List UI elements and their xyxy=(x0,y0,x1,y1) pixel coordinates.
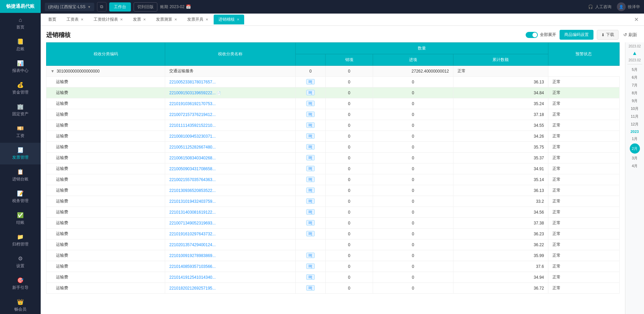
timeline-current-month[interactable]: 2月 xyxy=(630,143,640,154)
timeline-up-nav[interactable]: ▲ xyxy=(631,49,639,58)
sidebar-item-reports[interactable]: 📊报表中心 xyxy=(0,56,41,78)
user-profile[interactable]: 👤 徐泽华 xyxy=(617,2,640,11)
workbench-button[interactable]: 工作台 xyxy=(109,2,131,12)
sidebar-item-tax[interactable]: 📝税务管理 xyxy=(0,186,41,208)
unit-tag[interactable]: 吨 xyxy=(306,112,315,117)
calendar-icon[interactable]: 📅 xyxy=(186,4,191,9)
unit-tag[interactable]: 吨 xyxy=(306,231,315,236)
timeline-month[interactable]: 12月 xyxy=(629,120,640,128)
download-button[interactable]: ⬇ 下载 xyxy=(597,30,619,40)
expand-icon[interactable]: ▼ xyxy=(51,69,55,74)
timeline-month[interactable]: 8月 xyxy=(629,89,640,97)
cell-invoice-code[interactable]: 2210191036192170753... xyxy=(165,98,296,109)
cell-invoice-code[interactable]: 2210131019432403759... xyxy=(165,196,296,207)
tab-invoice-open[interactable]: 发票开具✕ xyxy=(182,15,213,24)
close-all-button[interactable]: ✕ xyxy=(631,15,641,24)
timeline-month[interactable]: 3月 xyxy=(629,154,640,162)
tab-salary-stats[interactable]: 工资统计报表✕ xyxy=(89,15,128,24)
cell-invoice-code[interactable]: 2210182021269257195... xyxy=(165,283,296,294)
cell-invoice-code[interactable]: 2210140859357103566... xyxy=(165,261,296,272)
cell-invoice-code[interactable]: 2210130936520853522... xyxy=(165,185,296,196)
unit-tag[interactable]: 吨 xyxy=(306,133,315,139)
timeline-month[interactable]: 1月 xyxy=(629,135,640,143)
refresh-button[interactable]: ↺ 刷新 xyxy=(622,31,639,39)
sidebar-item-member[interactable]: 👑畅会员 xyxy=(0,295,41,314)
cell-invoice-code[interactable]: 2210021557035764363... xyxy=(165,174,296,185)
timeline-month[interactable]: 11月 xyxy=(629,113,640,120)
sidebar-item-funds[interactable]: 💰资金管理 xyxy=(0,78,41,99)
expand-toggle[interactable] xyxy=(526,32,538,38)
cell-invoice-code[interactable]: 2210050903431708658... xyxy=(165,163,296,174)
unit-tag[interactable]: 吨 xyxy=(306,209,315,215)
cell-invoice-code[interactable]: 2210201357429400124... xyxy=(165,239,296,250)
cell-cumulative: 34.26 xyxy=(453,131,548,142)
cell-invoice-code[interactable]: 2210051125282667480... xyxy=(165,142,296,153)
cell-status: 正常 xyxy=(453,66,548,77)
cell-invoice-code[interactable]: 2210052338178017657... xyxy=(165,77,296,87)
unit-tag[interactable]: 吨 xyxy=(306,274,315,280)
cell-invoice-code[interactable]: 2210191610297643732... xyxy=(165,229,296,239)
sidebar-item-salary[interactable]: 💴工资 xyxy=(0,121,41,143)
sidebar-item-invoice-mgmt[interactable]: 🧾发票管理 xyxy=(0,143,41,164)
tab-home[interactable]: 首页 xyxy=(43,15,61,24)
unit-tag[interactable]: 吨 xyxy=(306,79,315,84)
unit-tag[interactable]: 吨 xyxy=(306,285,315,291)
cell-invoice-code[interactable]: 2210141912541014340... xyxy=(165,272,296,283)
timeline-year-label[interactable]: 2023 xyxy=(629,128,640,135)
cell-invoice-code[interactable]: 2210131403081619122... xyxy=(165,207,296,218)
unit-tag[interactable]: 吨 xyxy=(306,122,315,128)
unit-tag[interactable]: 吨 xyxy=(306,220,315,225)
unit-tag[interactable]: 吨 xyxy=(306,198,315,204)
cell-invoice-code[interactable]: 2210091503139659222... 📄 xyxy=(165,87,296,98)
timeline-month[interactable]: 5月 xyxy=(629,66,640,74)
sidebar-item-ledger[interactable]: 📒总账 xyxy=(0,34,41,56)
sidebar-icon-settle: ✅ xyxy=(17,212,24,218)
tab-close-invoice-calc[interactable]: ✕ xyxy=(174,18,177,21)
unit-tag[interactable]: 吨 xyxy=(306,177,315,182)
switch-version-button[interactable]: 切到旧版 xyxy=(134,2,157,12)
tab-close-salary-stats[interactable]: ✕ xyxy=(120,18,123,21)
sidebar-label-member: 畅会员 xyxy=(14,307,26,312)
timeline-month[interactable]: 7月 xyxy=(629,81,640,89)
cell-purchase: 0 xyxy=(373,77,453,87)
cell-invoice-code[interactable]: 2210071349052319693... xyxy=(165,218,296,229)
tab-close-reconcile[interactable]: ✕ xyxy=(237,18,239,21)
company-selector[interactable]: (勿动) 江西报宝-LSS ▼ xyxy=(45,3,94,11)
timeline-month[interactable]: 6月 xyxy=(629,74,640,81)
cell-invoice-code[interactable]: 2210061508340340268... xyxy=(165,153,296,163)
unit-tag[interactable]: 吨 xyxy=(306,101,315,106)
unit-tag[interactable]: 吨 xyxy=(306,166,315,171)
unit-tag[interactable]: 吨 xyxy=(306,155,315,160)
cell-invoice-code[interactable]: 2210081009453230371... xyxy=(165,131,296,142)
sidebar-item-purchase-ledger[interactable]: 📋进销台账 xyxy=(0,164,41,186)
sidebar-item-guide[interactable]: 🎯新手引导 xyxy=(0,273,41,295)
tab-reconcile[interactable]: 进销稽核✕ xyxy=(214,15,244,24)
sidebar-item-home[interactable]: ⌂首页 xyxy=(0,13,41,34)
tab-close-salary[interactable]: ✕ xyxy=(81,18,83,21)
unit-tag[interactable]: 吨 xyxy=(306,144,315,150)
timeline-month[interactable]: 4月 xyxy=(629,162,640,170)
sidebar-item-assets[interactable]: 🏢固定资产 xyxy=(0,99,41,121)
sidebar-item-settings[interactable]: ⚙设置 xyxy=(0,251,41,273)
doc-icon[interactable]: 📄 xyxy=(217,91,221,95)
cell-sales: 0 xyxy=(325,272,373,283)
copy-button[interactable]: ⧉ xyxy=(97,2,106,12)
settings-button[interactable]: 商品编码设置 xyxy=(560,30,593,40)
tab-salary[interactable]: 工资表✕ xyxy=(62,15,88,24)
unit-tag[interactable]: 吨 xyxy=(306,188,315,193)
tab-close-invoice[interactable]: ✕ xyxy=(143,18,146,21)
unit-tag[interactable]: 吨 xyxy=(306,253,315,258)
support-link[interactable]: 🎧 人工咨询 xyxy=(588,4,611,10)
unit-tag[interactable]: 吨 xyxy=(306,263,315,269)
tab-invoice[interactable]: 发票✕ xyxy=(128,15,151,24)
cell-invoice-code[interactable]: 2210072157376219412... xyxy=(165,109,296,120)
unit-tag[interactable]: 吨 xyxy=(306,90,315,95)
timeline-month[interactable]: 10月 xyxy=(629,105,640,113)
sidebar-item-settle[interactable]: ✅结账 xyxy=(0,208,41,230)
cell-invoice-code[interactable]: 2210111143592152210... xyxy=(165,120,296,131)
timeline-month[interactable]: 9月 xyxy=(629,97,640,105)
tab-invoice-calc[interactable]: 发票测算✕ xyxy=(151,15,182,24)
sidebar-item-archive[interactable]: 📁归档管理 xyxy=(0,230,41,251)
cell-invoice-code[interactable]: 2210100919278983869... xyxy=(165,250,296,261)
tab-close-invoice-open[interactable]: ✕ xyxy=(206,18,208,21)
